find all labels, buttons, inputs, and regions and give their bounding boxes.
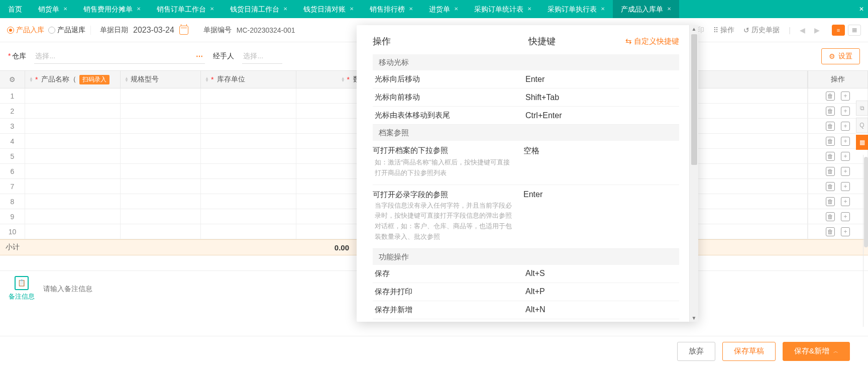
save-draft-button[interactable]: 保存草稿 <box>722 342 776 361</box>
add-icon[interactable]: ＋ <box>841 107 850 116</box>
close-icon[interactable]: ✕ <box>454 0 458 18</box>
delete-icon[interactable]: 🗑 <box>826 152 835 161</box>
tab-finished-in[interactable]: 产成品入库单✕ <box>613 0 679 18</box>
setting-button[interactable]: ⚙设置 <box>821 48 860 64</box>
warehouse-select[interactable]: 选择...⋯ <box>34 49 205 64</box>
cell-name[interactable] <box>25 88 121 103</box>
discard-button[interactable]: 放弃 <box>677 342 715 361</box>
close-icon[interactable]: ✕ <box>210 0 214 18</box>
tab-purchase[interactable]: 进货单✕ <box>421 0 466 18</box>
close-icon[interactable]: ✕ <box>350 0 354 18</box>
popover-scrollbar[interactable]: ▲ ▼ <box>689 25 698 322</box>
add-icon[interactable]: ＋ <box>841 137 850 146</box>
delete-icon[interactable]: 🗑 <box>826 227 835 236</box>
add-icon[interactable]: ＋ <box>841 152 850 161</box>
grid-scrollbar[interactable] <box>863 155 868 327</box>
cell-spec[interactable] <box>121 209 201 224</box>
tab-sales-fee[interactable]: 销售费用分摊单✕ <box>75 0 149 18</box>
tab-daily-recon[interactable]: 钱货日清对账✕ <box>295 0 362 18</box>
tabstrip-close-icon[interactable]: ✕ <box>859 6 864 13</box>
cell-spec[interactable] <box>121 134 201 148</box>
close-icon[interactable]: ✕ <box>283 0 287 18</box>
close-icon[interactable]: ✕ <box>601 0 605 18</box>
cell-spec[interactable] <box>121 179 201 194</box>
cell-spec[interactable] <box>121 224 201 239</box>
cell-name[interactable] <box>25 194 121 209</box>
add-icon[interactable]: ＋ <box>841 122 850 131</box>
tab-sales-order[interactable]: 销货单✕ <box>30 0 75 18</box>
cell-spec[interactable] <box>121 164 201 178</box>
tab-home[interactable]: 首页 <box>0 0 30 18</box>
scroll-down-icon[interactable]: ▼ <box>690 315 698 321</box>
radio-product-out[interactable]: 产品退库 <box>48 26 85 35</box>
delete-icon[interactable]: 🗑 <box>826 137 835 146</box>
calendar-icon[interactable] <box>179 26 188 35</box>
add-icon[interactable]: ＋ <box>841 197 850 206</box>
more-icon[interactable]: ⋯ <box>196 52 204 60</box>
view-list-icon[interactable]: ≡ <box>832 25 845 36</box>
cell-spec[interactable] <box>121 149 201 163</box>
add-icon[interactable]: ＋ <box>841 212 850 221</box>
side-tab-2[interactable]: Q <box>856 118 868 133</box>
operate-button[interactable]: ⠿操作 <box>713 26 734 35</box>
scroll-thumb[interactable] <box>691 34 697 165</box>
cell-name[interactable] <box>25 179 121 194</box>
delete-icon[interactable]: 🗑 <box>826 197 835 206</box>
close-icon[interactable]: ✕ <box>137 0 141 18</box>
cell-unit[interactable] <box>201 209 296 224</box>
cell-unit[interactable] <box>201 119 296 133</box>
history-button[interactable]: ↺历史单据 <box>743 26 780 35</box>
side-tab-1[interactable]: ⧉ <box>856 101 868 116</box>
delete-icon[interactable]: 🗑 <box>826 92 835 101</box>
cell-name[interactable] <box>25 149 121 163</box>
delete-icon[interactable]: 🗑 <box>826 167 835 176</box>
delete-icon[interactable]: 🗑 <box>826 107 835 116</box>
cell-name[interactable] <box>25 134 121 148</box>
cell-name[interactable] <box>25 164 121 178</box>
add-icon[interactable]: ＋ <box>841 167 850 176</box>
col-spec[interactable]: ▲▼规格型号 <box>121 71 201 88</box>
cell-unit[interactable] <box>201 149 296 163</box>
cell-unit[interactable] <box>201 194 296 209</box>
cell-name[interactable] <box>25 209 121 224</box>
tab-sales-rank[interactable]: 销售排行榜✕ <box>362 0 421 18</box>
cell-unit[interactable] <box>201 179 296 194</box>
cell-spec[interactable] <box>121 194 201 209</box>
cell-unit[interactable] <box>201 104 296 118</box>
cell-unit[interactable] <box>201 134 296 148</box>
handler-select[interactable]: 选择... <box>242 49 282 64</box>
next-icon[interactable]: ▶ <box>814 26 820 34</box>
cell-unit[interactable] <box>201 224 296 239</box>
add-icon[interactable]: ＋ <box>841 92 850 101</box>
scroll-up-icon[interactable]: ▲ <box>690 26 698 32</box>
tab-daily-workbench[interactable]: 钱货日清工作台✕ <box>222 0 295 18</box>
add-icon[interactable]: ＋ <box>841 182 850 191</box>
tab-sales-workbench[interactable]: 销售订单工作台✕ <box>149 0 222 18</box>
col-name[interactable]: ▲▼ *产品名称（扫码录入 <box>25 71 121 88</box>
cell-name[interactable] <box>25 104 121 118</box>
side-tab-3[interactable]: ▦ <box>856 135 868 150</box>
cell-name[interactable] <box>25 119 121 133</box>
delete-icon[interactable]: 🗑 <box>826 182 835 191</box>
delete-icon[interactable]: 🗑 <box>826 212 835 221</box>
date-value[interactable]: 2023-03-24 <box>133 26 174 35</box>
close-icon[interactable]: ✕ <box>667 0 671 18</box>
column-config-icon[interactable]: ⚙ <box>0 71 25 88</box>
view-card-icon[interactable]: ▦ <box>848 25 861 36</box>
cell-unit[interactable] <box>201 164 296 178</box>
close-icon[interactable]: ✕ <box>527 0 531 18</box>
add-icon[interactable]: ＋ <box>841 227 850 236</box>
close-icon[interactable]: ✕ <box>409 0 413 18</box>
cell-unit[interactable] <box>201 88 296 103</box>
delete-icon[interactable]: 🗑 <box>826 122 835 131</box>
close-icon[interactable]: ✕ <box>63 0 67 18</box>
cell-spec[interactable] <box>121 104 201 118</box>
cell-spec[interactable] <box>121 88 201 103</box>
custom-shortcut-button[interactable]: ⇆自定义快捷键 <box>625 37 679 46</box>
radio-product-in[interactable]: 产品入库 <box>7 26 44 35</box>
prev-icon[interactable]: ◀ <box>800 26 805 34</box>
tab-po-stats[interactable]: 采购订单统计表✕ <box>466 0 539 18</box>
tab-po-exec[interactable]: 采购订单执行表✕ <box>539 0 613 18</box>
cell-spec[interactable] <box>121 119 201 133</box>
cell-name[interactable] <box>25 224 121 239</box>
